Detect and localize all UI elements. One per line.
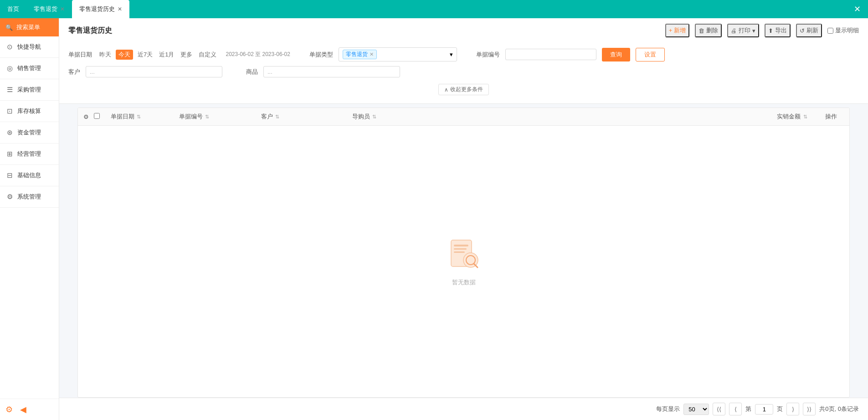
close-tab-retail-return[interactable]: ✕ [60,6,65,12]
sidebar-bottom: ⚙ ◀ [0,399,59,420]
refresh-icon: ↺ [800,27,805,34]
content-area: 零售退货历史 + 新增 🗑 删除 🖨 打印 ▾ ⬆ [59,18,868,420]
sidebar-item-sales[interactable]: ◎ 销售管理 [0,58,59,79]
goods-placeholder: ... [267,68,272,75]
col-header-number[interactable]: 单据编号 ⇅ [174,108,256,126]
show-detail-check[interactable]: 显示明细 [827,26,859,35]
refresh-button-label: 刷新 [806,26,818,35]
export-button-label: 导出 [775,26,787,35]
sidebar-item-basic[interactable]: ⊟ 基础信息 [0,165,59,186]
shortcut-more[interactable]: 更多 [179,50,194,60]
export-icon: ⬆ [768,27,773,34]
tab-retail-return-history[interactable]: 零售退货历史 ✕ [72,0,129,18]
col-header-date[interactable]: 单据日期 ⇅ [105,108,174,126]
sound-bottom-icon[interactable]: ◀ [20,405,26,415]
first-page-button[interactable]: ⟨⟨ [713,403,725,415]
sidebar-search[interactable]: 🔍 搜索菜单 [0,18,59,36]
type-tag-close[interactable]: ✕ [370,51,374,57]
pagination-bar: 每页显示 50 20 100 200 ⟨⟨ ⟨ 第 页 ⟩ ⟩⟩ 共0页, 0条… [59,398,868,420]
table-section: ⚙ 单据日期 ⇅ 单据编号 ⇅ [77,108,850,398]
sidebar-item-basic-label: 基础信息 [17,171,41,179]
show-detail-label: 显示明细 [835,26,859,35]
delete-button-label: 删除 [706,26,718,35]
query-button[interactable]: 查询 [602,48,630,61]
sidebar-item-system[interactable]: ⚙ 系统管理 [0,186,59,208]
finance-icon: ⊛ [5,128,14,137]
show-detail-checkbox[interactable] [827,28,833,34]
delete-button[interactable]: 🗑 删除 [695,24,722,37]
tab-retail-return[interactable]: 零售退货 ✕ [26,0,72,18]
search-icon: 🔍 [5,24,13,31]
shortcut-custom[interactable]: 自定义 [197,50,218,60]
svg-rect-2 [454,248,467,250]
shortcut-7days[interactable]: 近7天 [136,50,154,60]
shortcut-today[interactable]: 今天 [116,50,133,60]
sort-customer-icon: ⇅ [275,114,279,119]
close-tab-retail-return-history[interactable]: ✕ [118,6,122,12]
sidebar-item-inventory[interactable]: ⊡ 库存核算 [0,101,59,122]
last-page-button[interactable]: ⟩⟩ [803,403,816,415]
page-number-input[interactable] [755,404,773,415]
next-page-button[interactable]: ⟩ [786,403,799,415]
col-header-amount[interactable]: 实销金额 ⇅ [758,108,813,126]
prev-page-button[interactable]: ⟨ [729,403,742,415]
shortcut-1month[interactable]: 近1月 [157,50,176,60]
page-size-select[interactable]: 50 20 100 200 [683,404,709,415]
window-controls: ✕ [854,4,868,14]
number-filter-label: 单据编号 [476,51,500,59]
page-size-label: 每页显示 [656,405,680,413]
print-button[interactable]: 🖨 打印 ▾ [727,24,759,37]
col-header-spacer [415,108,758,126]
table-settings-icon[interactable]: ⚙ [83,113,89,120]
tab-home[interactable]: 首页 [0,0,26,18]
sidebar-item-sales-label: 销售管理 [17,64,41,72]
sidebar-item-quick-nav[interactable]: ⊙ 快捷导航 [0,36,59,58]
filter-row-1: 单据日期 昨天 今天 近7天 近1月 更多 自定义 2023-06-02 至 2… [68,47,859,61]
table-header-row: ⚙ 单据日期 ⇅ 单据编号 ⇅ [78,108,849,126]
sidebar-item-purchase-label: 采购管理 [17,86,41,94]
collapse-button[interactable]: ∧ 收起更多条件 [438,84,489,95]
print-arrow-icon: ▾ [752,27,755,34]
basic-icon: ⊟ [5,171,14,179]
quick-nav-icon: ⊙ [5,43,14,51]
customer-filter-select[interactable]: ... [86,66,222,77]
number-filter-input[interactable] [505,49,596,60]
query-button-label: 查询 [610,51,622,58]
goods-filter-select[interactable]: ... [263,66,400,77]
window-close-button[interactable]: ✕ [854,5,861,14]
export-button[interactable]: ⬆ 导出 [765,24,791,37]
page-label-post: 页 [777,405,783,413]
shortcut-yesterday[interactable]: 昨天 [98,50,113,60]
refresh-button[interactable]: ↺ 刷新 [796,24,822,37]
settings-button[interactable]: 设置 [636,48,665,61]
add-button[interactable]: + 新增 [665,24,689,37]
type-tag-value: 零售退货 [346,51,368,58]
sort-number-icon: ⇅ [205,114,209,119]
col-header-guide[interactable]: 导购员 ⇅ [347,108,415,126]
page-title: 零售退货历史 [68,26,112,36]
sidebar-item-operation[interactable]: ⊞ 经营管理 [0,143,59,165]
col-header-customer[interactable]: 客户 ⇅ [256,108,347,126]
top-tab-bar: 首页 零售退货 ✕ 零售退货历史 ✕ ✕ [0,0,868,18]
type-tag: 零售退货 ✕ [343,50,377,59]
tab-retail-return-label: 零售退货 [34,5,57,13]
select-all-checkbox[interactable] [94,113,100,119]
settings-bottom-icon[interactable]: ⚙ [5,405,13,415]
sidebar-item-operation-label: 经营管理 [17,150,41,158]
tab-home-label: 首页 [7,5,19,13]
empty-icon [446,236,482,273]
page-label-pre: 第 [745,405,751,413]
add-button-label: + 新增 [669,26,686,35]
collapse-icon: ∧ [444,87,448,93]
sidebar-item-purchase[interactable]: ☰ 采购管理 [0,79,59,101]
sidebar-item-finance[interactable]: ⊛ 资金管理 [0,122,59,143]
date-filter-label: 单据日期 [68,51,92,59]
type-filter-select[interactable]: 零售退货 ✕ ▾ [339,47,457,61]
tab-retail-return-history-label: 零售退货历史 [79,5,115,13]
customer-filter-label: 客户 [68,68,80,76]
data-table: ⚙ 单据日期 ⇅ 单据编号 ⇅ [78,108,849,126]
date-range-display: 2023-06-02 至 2023-06-02 [226,51,290,58]
collapse-row: ∧ 收起更多条件 [68,82,859,99]
sidebar-item-system-label: 系统管理 [17,193,41,201]
goods-filter-label: 商品 [246,68,258,76]
